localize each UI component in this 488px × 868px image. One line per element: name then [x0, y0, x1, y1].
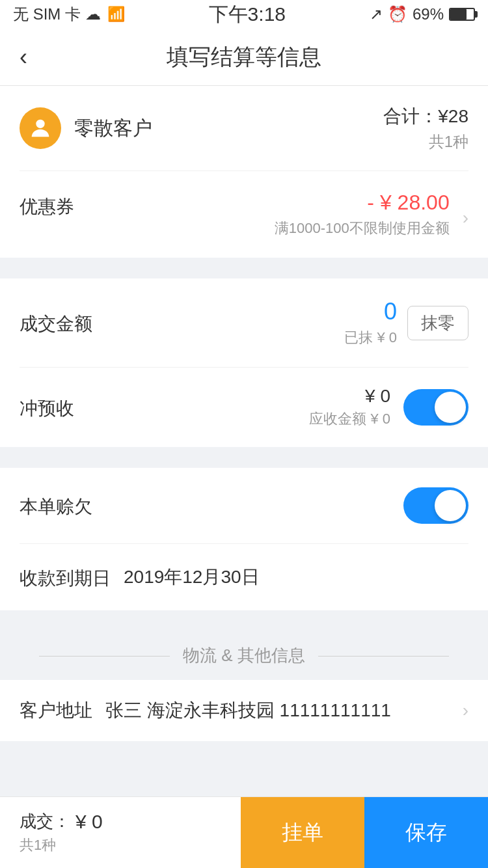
logistics-header-text: 物流 & 其他信息 [170, 644, 318, 667]
back-button[interactable]: ‹ [20, 44, 27, 71]
bottom-bar: 成交： ¥ 0 共1种 挂单 保存 [0, 796, 488, 868]
deal-right: 已抹 ¥ 0 抹零 [319, 298, 468, 347]
bottom-deal-label: 成交： [20, 810, 70, 833]
customer-info: 零散客户 [20, 107, 152, 149]
coupon-row[interactable]: 优惠券 - ¥ 28.00 满1000-100不限制使用金额 › [0, 171, 488, 258]
address-chevron-icon: › [463, 700, 468, 721]
credit-toggle[interactable] [403, 487, 468, 524]
prepay-receivable: 应收金额 ¥ 0 [309, 409, 390, 429]
coupon-info: - ¥ 28.00 满1000-100不限制使用金额 [275, 191, 450, 238]
coupon-desc: 满1000-100不限制使用金额 [275, 219, 450, 238]
due-date-label: 收款到期日 [20, 562, 111, 592]
page-title: 填写结算等信息 [167, 42, 321, 72]
deal-right-inner: 已抹 ¥ 0 [319, 298, 397, 347]
deal-amount-label: 成交金额 [20, 308, 92, 338]
prepay-row: 冲预收 ¥ 0 应收金额 ¥ 0 [0, 368, 488, 447]
customer-total: 合计：¥28 [383, 104, 468, 129]
section-divider-1 [0, 268, 488, 278]
customer-total-area: 合计：¥28 共1种 [383, 104, 468, 152]
bottom-deal-value: ¥ 0 [75, 811, 103, 833]
prepay-toggle[interactable] [403, 389, 468, 426]
credit-toggle-knob [435, 490, 466, 521]
battery-percent: 69% [413, 5, 444, 23]
address-row[interactable]: 客户地址 张三 海淀永丰科技园 11111111111 › [0, 680, 488, 741]
customer-avatar [20, 107, 61, 149]
already-deducted: 已抹 ¥ 0 [319, 328, 397, 347]
deal-amount-input[interactable] [319, 298, 397, 325]
prepay-amount: ¥ 0 [309, 386, 390, 407]
deal-card: 成交金额 已抹 ¥ 0 抹零 冲预收 ¥ 0 应收金额 ¥ 0 [0, 278, 488, 447]
address-label: 客户地址 [20, 698, 92, 723]
address-card: 客户地址 张三 海淀永丰科技园 11111111111 › [0, 680, 488, 741]
main-content: 零散客户 合计：¥28 共1种 优惠券 - ¥ 28.00 满1000-100不… [0, 86, 488, 830]
customer-card: 零散客户 合计：¥28 共1种 优惠券 - ¥ 28.00 满1000-100不… [0, 86, 488, 258]
toggle-knob [435, 392, 466, 423]
section-divider-3 [0, 621, 488, 631]
svg-point-0 [36, 120, 44, 128]
bottom-count: 共1种 [20, 835, 221, 855]
credit-label: 本单赊欠 [20, 491, 92, 521]
coupon-chevron-icon: › [463, 208, 468, 228]
bottom-deal: 成交： ¥ 0 [20, 810, 221, 833]
customer-count: 共1种 [383, 131, 468, 152]
credit-card: 本单赊欠 收款到期日 2019年12月30日 [0, 468, 488, 610]
save-button[interactable]: 保存 [364, 797, 488, 868]
credit-row: 本单赊欠 [0, 468, 488, 543]
prepay-label: 冲预收 [20, 392, 74, 422]
wifi-icon: 📶 [107, 6, 125, 23]
alarm-icon: ⏰ [388, 5, 407, 23]
prepay-right: ¥ 0 应收金额 ¥ 0 [309, 386, 468, 429]
location-icon: ↗ [370, 5, 383, 23]
battery-icon [449, 8, 475, 21]
section-divider-2 [0, 457, 488, 468]
nav-bar: ‹ 填写结算等信息 [0, 29, 488, 86]
due-date-row: 收款到期日 2019年12月30日 [0, 544, 488, 610]
bottom-info: 成交： ¥ 0 共1种 [0, 797, 241, 868]
address-content: 张三 海淀永丰科技园 11111111111 [105, 698, 463, 723]
prepay-amounts: ¥ 0 应收金额 ¥ 0 [309, 386, 390, 429]
status-right: ↗ ⏰ 69% [370, 5, 475, 23]
customer-row: 零散客户 合计：¥28 共1种 [0, 86, 488, 170]
coupon-amount: - ¥ 28.00 [275, 191, 450, 215]
status-time: 下午3:18 [209, 1, 286, 28]
status-bar: 无 SIM 卡 ☁ 📶 下午3:18 ↗ ⏰ 69% [0, 0, 488, 29]
due-date-value: 2019年12月30日 [124, 565, 260, 590]
hold-button[interactable]: 挂单 [241, 797, 364, 868]
coupon-label: 优惠券 [20, 191, 74, 221]
user-icon [27, 115, 53, 141]
coupon-right: - ¥ 28.00 满1000-100不限制使用金额 › [275, 191, 468, 238]
customer-name: 零散客户 [74, 115, 152, 142]
deal-amount-row: 成交金额 已抹 ¥ 0 抹零 [0, 278, 488, 367]
sim-label: 无 SIM 卡 ☁ [13, 4, 101, 25]
status-left: 无 SIM 卡 ☁ 📶 [13, 4, 125, 25]
round-button[interactable]: 抹零 [407, 306, 468, 340]
logistics-section-header: 物流 & 其他信息 [0, 631, 488, 680]
